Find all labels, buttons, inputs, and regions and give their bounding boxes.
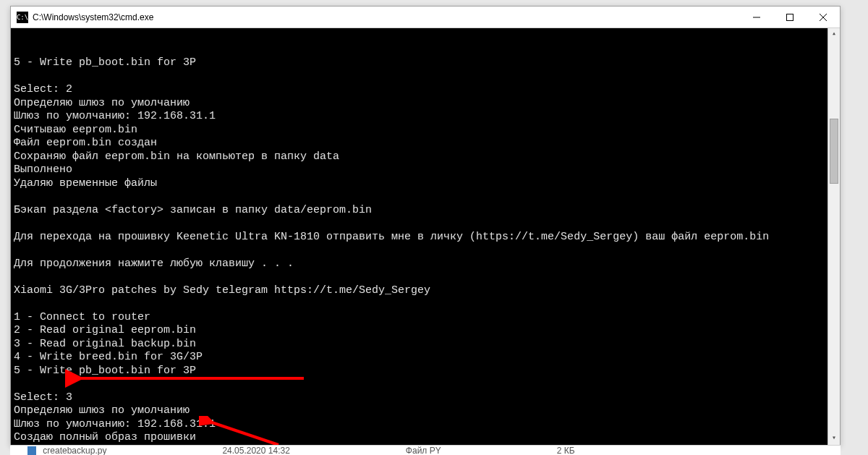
file-type: Файл PY [406,446,441,456]
file-date: 24.05.2020 14:32 [222,446,289,456]
close-button[interactable] [807,7,840,27]
svg-rect-1 [787,14,793,20]
scroll-track[interactable] [828,41,840,433]
cmd-icon: C:\ [17,12,28,23]
file-size: 2 КБ [557,446,575,456]
window-title: C:\Windows\system32\cmd.exe [33,12,153,22]
terminal-output[interactable]: 5 - Write pb_boot.bin for 3P Select: 2 О… [11,28,840,445]
explorer-file-row[interactable]: createbackup.py 24.05.2020 14:32 Файл PY… [10,445,841,455]
scroll-thumb[interactable] [830,119,838,184]
window-controls [740,7,840,27]
maximize-button[interactable] [773,7,807,27]
scroll-up-arrow[interactable]: ▴ [828,28,840,41]
scroll-down-arrow[interactable]: ▾ [828,433,840,445]
minimize-button[interactable] [740,7,773,27]
cmd-window: C:\ C:\Windows\system32\cmd.exe 5 - Writ… [10,6,841,446]
vertical-scrollbar[interactable]: ▴ ▾ [827,28,840,445]
titlebar[interactable]: C:\ C:\Windows\system32\cmd.exe [11,7,840,28]
file-name: createbackup.py [43,446,106,456]
file-item: createbackup.py [27,446,106,456]
python-file-icon [27,446,36,455]
